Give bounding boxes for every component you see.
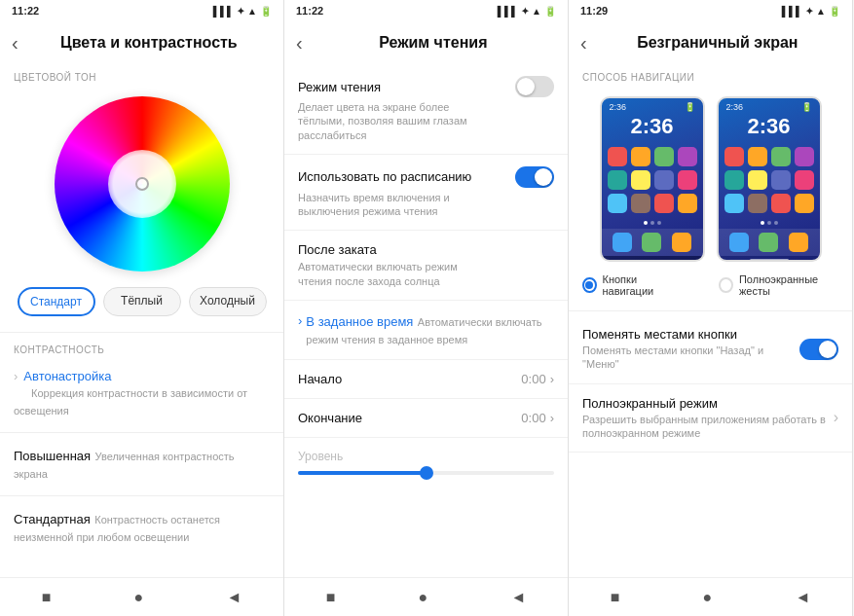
phone-screen-2: 2:36 🔋 2:36 bbox=[717, 96, 822, 262]
home-icon-3[interactable]: ■ bbox=[611, 589, 620, 606]
app-icon bbox=[631, 170, 650, 190]
status-icons-3: ▌▌▌ ✦ ▲ 🔋 bbox=[782, 6, 840, 17]
settings-swap-row[interactable]: Поменять местами кнопки Поменять местами… bbox=[569, 315, 852, 384]
home-icon-1[interactable]: ■ bbox=[42, 589, 52, 606]
reading-toggle-1[interactable] bbox=[515, 166, 554, 188]
color-btn-standard[interactable]: Стандарт bbox=[18, 287, 95, 316]
back-icon-1[interactable]: ◄ bbox=[227, 589, 242, 606]
color-btn-cool[interactable]: Холодный bbox=[189, 287, 267, 316]
contrast-auto-title: Автонастройка bbox=[23, 369, 111, 383]
back-button-2[interactable]: ‹ bbox=[296, 32, 303, 54]
panel-content-2: Режим чтения Делает цвета на экране боле… bbox=[284, 64, 568, 577]
nav-option-buttons[interactable]: Кнопки навигации bbox=[582, 273, 680, 297]
bottom-nav-1: ■ ● ◄ bbox=[0, 577, 283, 616]
dock-icon bbox=[789, 233, 808, 252]
phone-dock-1 bbox=[602, 229, 703, 256]
app-icon bbox=[724, 170, 744, 190]
slider-fill bbox=[298, 471, 427, 475]
time-1: 11:22 bbox=[12, 5, 39, 17]
contrast-high-title: Повышенная bbox=[14, 449, 91, 463]
contrast-item-standard[interactable]: Стандартная Контрастность останется неиз… bbox=[0, 500, 283, 555]
dock-icon bbox=[642, 233, 661, 252]
phone-dock-2 bbox=[719, 229, 820, 256]
app-icon bbox=[795, 170, 814, 190]
recents-icon-3[interactable]: ● bbox=[703, 589, 713, 606]
app-icon bbox=[748, 147, 767, 166]
section-color-label: ЦВЕТОВОЙ ТОН bbox=[0, 64, 283, 87]
phone-dots-1 bbox=[602, 217, 703, 229]
divider-1 bbox=[0, 332, 283, 333]
back-icon-3[interactable]: ◄ bbox=[796, 589, 811, 606]
slider-thumb[interactable] bbox=[420, 466, 433, 480]
app-icon bbox=[748, 194, 767, 213]
phone-gesture-bar bbox=[719, 256, 820, 262]
settings-swap-sub: Поменять местами кнопки "Назад" и "Меню" bbox=[582, 344, 799, 372]
status-bar-3: 11:29 ▌▌▌ ✦ ▲ 🔋 bbox=[569, 0, 852, 21]
app-icon bbox=[771, 147, 791, 166]
swap-toggle[interactable] bbox=[799, 339, 838, 360]
chevron-start: › bbox=[550, 372, 554, 386]
dock-icon bbox=[613, 233, 632, 252]
page-title-1: Цвета и контрастность bbox=[26, 34, 272, 52]
reading-toggle-0[interactable] bbox=[515, 76, 554, 97]
time-start-label: Начало bbox=[298, 372, 342, 386]
level-label: Уровень bbox=[298, 450, 554, 463]
app-icon bbox=[678, 194, 697, 213]
reading-title-2: После заката bbox=[298, 242, 377, 257]
color-wheel[interactable] bbox=[55, 96, 230, 272]
recents-icon-2[interactable]: ● bbox=[419, 589, 428, 606]
app-icon bbox=[608, 194, 627, 213]
divider-2 bbox=[0, 432, 283, 433]
time-end-row[interactable]: Окончание 0:00 › bbox=[284, 399, 568, 438]
app-icon bbox=[678, 170, 697, 190]
divider-4 bbox=[569, 310, 852, 311]
time-start-row[interactable]: Начало 0:00 › bbox=[284, 360, 568, 399]
status-bar-1: 11:22 ▌▌▌ ✦ ▲ 🔋 bbox=[0, 0, 283, 21]
swap-toggle-knob bbox=[819, 341, 836, 358]
back-button-3[interactable]: ‹ bbox=[580, 32, 587, 54]
app-icon bbox=[654, 194, 674, 213]
phone-dots-2 bbox=[719, 217, 820, 229]
recents-icon-1[interactable]: ● bbox=[134, 589, 144, 606]
nav-option-gestures[interactable]: Полноэкранные жесты bbox=[719, 273, 838, 297]
color-btn-warm[interactable]: Тёплый bbox=[103, 287, 181, 316]
reading-title-1: Использовать по расписанию bbox=[298, 169, 471, 184]
chevron-auto: › bbox=[14, 369, 18, 383]
contrast-item-auto[interactable]: › Автонастройка Коррекция контрастности … bbox=[0, 359, 283, 428]
settings-fullscreen-text: Полноэкранный режим Разрешить выбранным … bbox=[582, 396, 834, 441]
dock-icon bbox=[672, 233, 691, 252]
radio-gestures[interactable] bbox=[719, 277, 733, 293]
phone-preview-buttons: 2:36 🔋 2:36 bbox=[600, 96, 705, 262]
time-start-value: 0:00 › bbox=[521, 372, 554, 386]
time-end-label: Окончание bbox=[298, 411, 362, 425]
panel-content-3: СПОСОБ НАВИГАЦИИ 2:36 🔋 2:36 bbox=[569, 64, 852, 577]
back-icon-2[interactable]: ◄ bbox=[511, 589, 527, 606]
contrast-item-high[interactable]: Повышенная Увеличенная контрастность экр… bbox=[0, 437, 283, 491]
color-mode-buttons: Стандарт Тёплый Холодный bbox=[0, 287, 283, 328]
level-slider[interactable] bbox=[298, 471, 554, 475]
panel-reading: 11:22 ▌▌▌ ✦ ▲ 🔋 ‹ Режим чтения Режим чте… bbox=[284, 0, 569, 616]
settings-fullscreen-row[interactable]: Полноэкранный режим Разрешить выбранным … bbox=[569, 384, 852, 453]
app-icon bbox=[795, 147, 814, 166]
section-contrast-label: КОНТРАСТНОСТЬ bbox=[0, 337, 283, 359]
contrast-auto-sub: Коррекция контрастности в зависимости от… bbox=[14, 387, 247, 417]
reading-item-0[interactable]: Режим чтения Делает цвета на экране боле… bbox=[284, 64, 568, 155]
time-end-value: 0:00 › bbox=[521, 411, 554, 425]
home-icon-2[interactable]: ■ bbox=[326, 589, 336, 606]
reading-item-1[interactable]: Использовать по расписанию Назначить вре… bbox=[284, 155, 568, 232]
panel-colors: 11:22 ▌▌▌ ✦ ▲ 🔋 ‹ Цвета и контрастность … bbox=[0, 0, 284, 616]
color-wheel-selector[interactable] bbox=[135, 177, 149, 191]
phone-icons-1 bbox=[602, 143, 703, 217]
chevron-fullscreen: › bbox=[834, 409, 838, 426]
app-icon bbox=[795, 194, 814, 213]
back-button-1[interactable]: ‹ bbox=[12, 32, 19, 54]
page-title-3: Безграничный экран bbox=[595, 34, 840, 52]
phone-icons-2 bbox=[719, 143, 820, 217]
radio-buttons[interactable] bbox=[582, 277, 597, 293]
reading-item-2[interactable]: После заката Автоматически включать режи… bbox=[284, 231, 568, 301]
phone-status-1: 2:36 🔋 bbox=[602, 98, 703, 114]
toggle-knob-1 bbox=[535, 168, 552, 186]
app-icon bbox=[608, 147, 627, 166]
app-icon bbox=[771, 194, 791, 213]
reading-item-3[interactable]: › В заданное время Автоматически включат… bbox=[284, 301, 568, 360]
